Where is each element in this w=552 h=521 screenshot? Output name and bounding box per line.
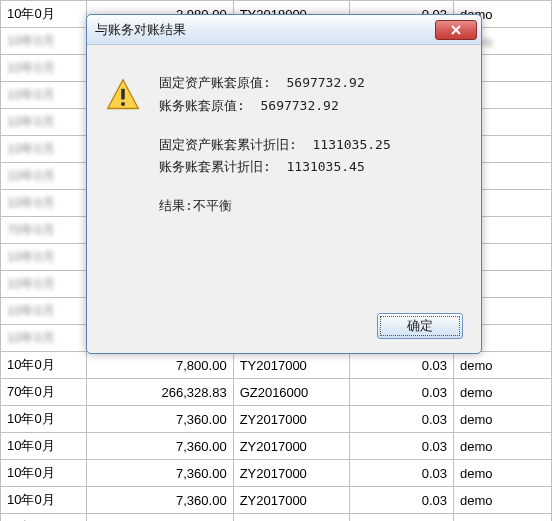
message-text: 固定资产账套原值: 5697732.92 账务账套原值: 5697732.92 … xyxy=(159,73,391,305)
cell-date: 70年0月 xyxy=(1,379,87,406)
cell-date: 10年0月 xyxy=(1,136,87,163)
cell-date: 10年0月 xyxy=(1,487,87,514)
table-row[interactable]: 10年0月7,360.00ZY20170000.03demo xyxy=(1,406,552,433)
cell-date: 10年0月 xyxy=(1,514,87,522)
button-row: 确定 xyxy=(105,305,463,339)
cell-date: 70年0月 xyxy=(1,217,87,244)
warning-icon xyxy=(105,77,141,113)
cell-date: 10年0月 xyxy=(1,190,87,217)
result-line: 结果:不平衡 xyxy=(159,196,391,217)
table-row[interactable]: 70年0月266,328.83GZ20160000.03demo xyxy=(1,379,552,406)
cell-date: 10年0月 xyxy=(1,406,87,433)
cell-user: demo xyxy=(454,406,552,433)
cell-num: 0.03 xyxy=(349,379,453,406)
cell-date: 10年0月 xyxy=(1,109,87,136)
cell-num: 0.03 xyxy=(349,433,453,460)
cell-num: 0.03 xyxy=(349,514,453,522)
cell-num: 0.03 xyxy=(349,352,453,379)
cell-user: demo xyxy=(454,379,552,406)
message-row: 固定资产账套原值: 5697732.92 账务账套原值: 5697732.92 … xyxy=(105,73,463,305)
table-row[interactable]: 10年0月7,360.00ZY20170000.03demo xyxy=(1,514,552,522)
cell-code: ZY2017000 xyxy=(233,514,349,522)
cell-user: demo xyxy=(454,487,552,514)
cell-date: 10年0月 xyxy=(1,298,87,325)
cell-amount: 266,328.83 xyxy=(86,379,233,406)
cell-code: ZY2017000 xyxy=(233,433,349,460)
cell-date: 10年0月 xyxy=(1,55,87,82)
cell-date: 10年0月 xyxy=(1,325,87,352)
dialog-body: 固定资产账套原值: 5697732.92 账务账套原值: 5697732.92 … xyxy=(87,45,481,353)
svg-point-1 xyxy=(121,102,125,106)
table-row[interactable]: 10年0月7,360.00ZY20170000.03demo xyxy=(1,460,552,487)
cell-amount: 7,360.00 xyxy=(86,487,233,514)
cell-date: 10年0月 xyxy=(1,433,87,460)
accounting-original-value: 账务账套原值: 5697732.92 xyxy=(159,96,391,117)
cell-date: 10年0月 xyxy=(1,1,87,28)
close-button[interactable] xyxy=(435,20,477,40)
cell-amount: 7,360.00 xyxy=(86,406,233,433)
cell-code: TY2017000 xyxy=(233,352,349,379)
cell-date: 10年0月 xyxy=(1,271,87,298)
cell-date: 10年0月 xyxy=(1,82,87,109)
cell-date: 10年0月 xyxy=(1,352,87,379)
cell-date: 10年0月 xyxy=(1,28,87,55)
cell-code: ZY2017000 xyxy=(233,460,349,487)
dialog-title: 与账务对账结果 xyxy=(95,21,186,39)
cell-date: 10年0月 xyxy=(1,244,87,271)
cell-user: demo xyxy=(454,433,552,460)
cell-code: ZY2017000 xyxy=(233,406,349,433)
close-icon xyxy=(450,24,462,36)
cell-user: demo xyxy=(454,352,552,379)
cell-amount: 7,800.00 xyxy=(86,352,233,379)
cell-num: 0.03 xyxy=(349,487,453,514)
table-row[interactable]: 10年0月7,800.00TY20170000.03demo xyxy=(1,352,552,379)
reconcile-dialog: 与账务对账结果 固定资产账套原值: 5697732.92 账务账套原值: 569… xyxy=(86,14,482,354)
cell-date: 10年0月 xyxy=(1,163,87,190)
accounting-depreciation: 账务账套累计折旧: 1131035.45 xyxy=(159,157,391,178)
cell-user: demo xyxy=(454,460,552,487)
table-row[interactable]: 10年0月7,360.00ZY20170000.03demo xyxy=(1,433,552,460)
fixed-asset-depreciation: 固定资产账套累计折旧: 1131035.25 xyxy=(159,135,391,156)
cell-date: 10年0月 xyxy=(1,460,87,487)
cell-amount: 7,360.00 xyxy=(86,460,233,487)
cell-num: 0.03 xyxy=(349,406,453,433)
ok-button[interactable]: 确定 xyxy=(377,313,463,339)
cell-code: ZY2017000 xyxy=(233,487,349,514)
cell-amount: 7,360.00 xyxy=(86,514,233,522)
cell-user: demo xyxy=(454,514,552,522)
cell-code: GZ2016000 xyxy=(233,379,349,406)
cell-amount: 7,360.00 xyxy=(86,433,233,460)
dialog-titlebar[interactable]: 与账务对账结果 xyxy=(87,15,481,45)
svg-rect-0 xyxy=(121,89,125,100)
cell-num: 0.03 xyxy=(349,460,453,487)
fixed-asset-original-value: 固定资产账套原值: 5697732.92 xyxy=(159,73,391,94)
table-row[interactable]: 10年0月7,360.00ZY20170000.03demo xyxy=(1,487,552,514)
